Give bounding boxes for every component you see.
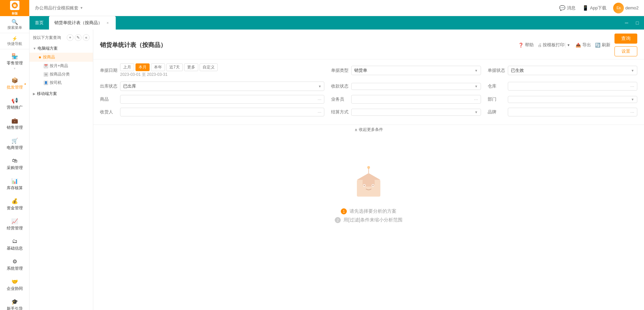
filter-row-2: 出库状态 已出库 ▼ 收款状态	[100, 82, 637, 91]
scheme-collapse-btn[interactable]: «	[83, 34, 90, 41]
sidebar-item-newbie[interactable]: 🎓 新手引导	[0, 295, 29, 310]
active-dot-icon	[39, 56, 41, 58]
print-dropdown-arrow-icon[interactable]: ▼	[565, 43, 572, 48]
sidebar-item-enterprise[interactable]: 🤝 企业协同	[0, 275, 29, 295]
payment-control: ▼	[351, 109, 481, 116]
scheme-title: 按以下方案查询	[33, 35, 61, 41]
brand-label: 品牌	[488, 109, 508, 115]
sidebar-item-operations[interactable]: 📈 经营管理	[0, 214, 29, 235]
workspace-dropdown-icon: ▼	[80, 6, 83, 10]
empty-illustration	[348, 161, 389, 202]
receipt-status-arrow-icon: ▼	[475, 85, 478, 88]
filter-date-item: 单据日期 上月 本月 本年 近7天 更多 自定义 2023-03-01 至 20…	[100, 63, 324, 78]
filter-section: 单据日期 上月 本月 本年 近7天 更多 自定义 2023-03-01 至 20…	[93, 59, 644, 124]
product-control: ···	[120, 95, 324, 104]
scheme-item-by-category[interactable]: 🗂 按商品分类	[30, 70, 93, 79]
sidebar-item-system[interactable]: ⚙ 系统管理	[0, 255, 29, 275]
tab-close-btn[interactable]: ×	[105, 20, 110, 25]
maximize-btn[interactable]: □	[633, 19, 641, 27]
filter-payment-item: 结算方式 ▼	[331, 109, 481, 116]
scheme-group-mobile-header[interactable]: ▶ 移动端方案	[30, 90, 93, 98]
brand-dots-icon[interactable]: ···	[630, 109, 634, 115]
filter-row-4: 收货人 ··· 结算方式	[100, 108, 637, 116]
person-icon: 👤	[44, 81, 48, 85]
app-download-btn[interactable]: 📱 App下载	[582, 5, 606, 11]
filter-warehouse-item: 仓库 ···	[488, 82, 637, 91]
marketing-icon: 📢	[11, 97, 18, 104]
scheme-header-actions: + ✎ «	[67, 34, 90, 41]
product-dots-icon[interactable]: ···	[318, 97, 322, 102]
payment-arrow-icon: ▼	[475, 110, 478, 114]
staff-dots-icon[interactable]: ···	[474, 97, 478, 102]
settings-button[interactable]: 设置	[614, 46, 637, 56]
logo-icon: 畅	[10, 1, 19, 10]
export-btn[interactable]: 📤 导出	[576, 42, 591, 48]
print-btn[interactable]: 🖨 按模板打印 ▼	[538, 42, 572, 48]
scheme-add-btn[interactable]: +	[67, 34, 73, 41]
sidebar-search[interactable]: 🔍 搜索菜单	[0, 16, 29, 33]
filter-department-item: 部门 ▼	[488, 96, 637, 103]
doc-status-select[interactable]: 已生效 ▼	[508, 66, 637, 75]
tab-home[interactable]: 首页	[30, 16, 49, 30]
consignee-control: ···	[120, 108, 324, 116]
this-month-btn[interactable]: 本月	[136, 63, 150, 71]
category-icon: 🗂	[44, 72, 48, 77]
consignee-dots-icon[interactable]: ···	[318, 109, 322, 115]
filter-row-1: 单据日期 上月 本月 本年 近7天 更多 自定义 2023-03-01 至 20…	[100, 63, 637, 78]
last-7-btn[interactable]: 近7天	[166, 63, 183, 71]
collapse-bar[interactable]: ∧ 收起更多条件	[93, 124, 644, 135]
sidebar-item-retail[interactable]: 🏪 零售管理 ▼	[0, 49, 29, 73]
custom-btn[interactable]: 自定义	[200, 63, 218, 71]
sidebar-item-marketing[interactable]: 📢 营销推广	[0, 94, 29, 114]
tab-active[interactable]: 销货单统计表（按商品） ×	[49, 16, 116, 30]
scheme-item-by-month-product[interactable]: 📅 按月+商品	[30, 62, 93, 70]
more-btn[interactable]: 更多	[184, 63, 198, 71]
warehouse-dots-icon[interactable]: ···	[630, 84, 634, 89]
scheme-item-by-cashier[interactable]: 👤 按司机	[30, 79, 93, 87]
doc-type-select[interactable]: 销货单 ▼	[351, 66, 481, 75]
payment-select[interactable]: ▼	[351, 109, 481, 116]
help-btn[interactable]: ❓ 帮助	[518, 42, 534, 48]
workspace-selector[interactable]: 办公用品行业模拟账套 ▼	[35, 5, 83, 11]
filter-doc-type-item: 单据类型 销货单 ▼	[331, 66, 481, 75]
scheme-group-desktop-header[interactable]: ▼ 电脑端方案	[30, 44, 93, 53]
app-logo: 畅 标版	[0, 0, 29, 16]
user-profile[interactable]: Ea demo2	[613, 3, 639, 13]
svg-text:畅: 畅	[13, 4, 16, 7]
sidebar-item-basic[interactable]: 🗂 基础信息	[0, 235, 29, 255]
retail-icon: 🏪	[11, 53, 18, 59]
main-area: 办公用品行业模拟账套 ▼ 💬 消息 📱 App下载 Ea demo2 首页	[30, 0, 644, 310]
scheme-item-by-product[interactable]: 按商品	[30, 53, 93, 62]
last-month-btn[interactable]: 上月	[120, 63, 134, 71]
svg-point-10	[367, 166, 370, 169]
this-year-btn[interactable]: 本年	[151, 63, 165, 71]
scheme-edit-btn[interactable]: ✎	[75, 34, 82, 41]
sidebar-item-sales[interactable]: 💼 销售管理	[0, 114, 29, 134]
workspace-name: 办公用品行业模拟账套	[35, 5, 78, 11]
query-button[interactable]: 查询	[614, 34, 637, 44]
sidebar-item-ecommerce[interactable]: 🛒 电商管理	[0, 134, 29, 154]
doc-type-control: 销货单 ▼	[351, 66, 481, 75]
staff-control: ···	[351, 95, 481, 104]
department-select[interactable]: ▼	[508, 96, 637, 103]
minimize-btn[interactable]: ─	[623, 19, 631, 27]
sidebar-item-inventory[interactable]: 📊 库存核算	[0, 174, 29, 194]
date-range: 2023-03-01 至 2023-03-31	[120, 72, 324, 78]
header-right: 💬 消息 📱 App下载 Ea demo2	[559, 3, 639, 13]
sidebar-quick-nav[interactable]: ⚡ 快捷导航	[0, 33, 29, 49]
message-btn[interactable]: 💬 消息	[559, 5, 576, 11]
empty-state: 1 请先选择要分析的方案 2 用[过滤]条件来缩小分析范围	[93, 135, 644, 253]
sidebar-item-purchase[interactable]: 🛍 采购管理	[0, 154, 29, 174]
out-status-select[interactable]: 已出库 ▼	[120, 82, 324, 91]
product-label: 商品	[100, 96, 120, 102]
ecommerce-icon: 🛒	[11, 137, 18, 144]
empty-hint-2: 2 用[过滤]条件来缩小分析范围	[335, 217, 402, 223]
finance-icon: 💰	[11, 198, 18, 204]
empty-hint-1: 1 请先选择要分析的方案	[341, 208, 396, 214]
doc-type-value: 销货单	[354, 67, 473, 73]
out-status-arrow-icon: ▼	[318, 85, 322, 88]
sidebar-item-wholesale[interactable]: 📦 批发管理	[0, 73, 29, 94]
receipt-status-select[interactable]: ▼	[351, 83, 481, 90]
sidebar-item-finance[interactable]: 💰 资金管理	[0, 194, 29, 214]
refresh-btn[interactable]: 🔄 刷新	[595, 42, 610, 48]
